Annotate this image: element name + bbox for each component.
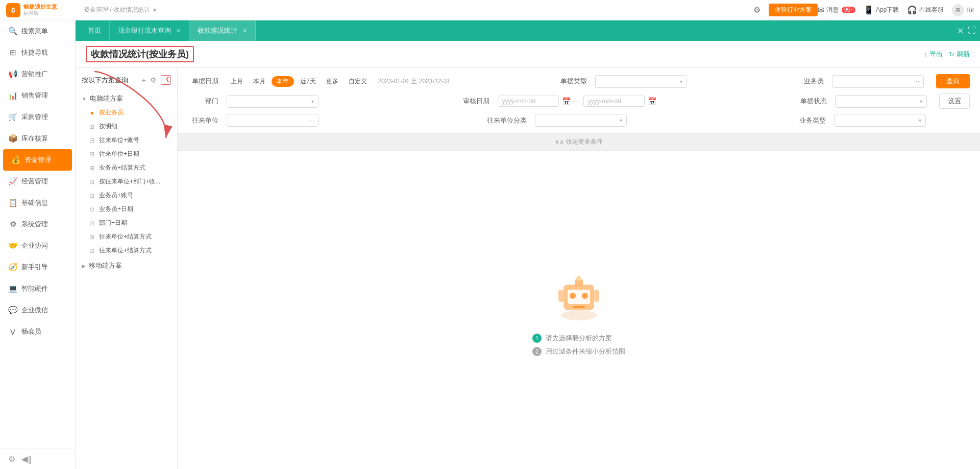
scheme-item-partner-account[interactable]: ⊟ 往来单位+账号 [76,133,177,147]
tip-num-2: 2 [532,347,542,356]
scheme-item-salesperson-account[interactable]: ⊟ 业务员+账号 [76,189,177,202]
page-title: 收款情况统计(按业务员) [86,46,194,62]
date-tab-this-year[interactable]: 本年 [272,76,294,87]
calendar-end-icon[interactable]: 📅 [648,97,656,105]
scheme-item-partner-dept-collect[interactable]: ⊟ 按往来单位+部门+收... [76,175,177,189]
scheme-item-salesperson-settlement[interactable]: ⊞ 业务员+结算方式 [76,161,177,175]
gear-button[interactable]: ⚙ [753,5,761,15]
scheme-group-desktop-header[interactable]: ▼ 电脑端方案 [76,91,177,106]
clock2-icon: ⊙ [88,220,96,227]
partner-select[interactable]: ··· [227,114,318,127]
sidebar-item-quicknav[interactable]: ⊞ 快捷导航 [0,42,75,63]
query-button[interactable]: 查询 [936,74,970,88]
tab-receipt[interactable]: 收款情况统计 ✕ [189,20,256,41]
scheme-item-salesperson-date[interactable]: ⊙ 业务员+日期 [76,202,177,216]
tab-home[interactable]: 首页 [80,20,110,41]
sidebar-item-marketing[interactable]: 📢 营销推广 [0,63,75,85]
scheme-item-partner-settlement2[interactable]: ⊟ 往来单位+结算方式 [76,244,177,257]
sidebar-item-operation[interactable]: 📈 经营管理 [0,171,75,192]
money-icon: 💰 [11,155,20,165]
tab-bank-close[interactable]: ✕ [176,28,181,34]
scheme-item-dept-date[interactable]: ⊙ 部门+日期 [76,216,177,230]
date-tab-custom[interactable]: 自定义 [345,76,371,87]
chevron-down-icon: ▼ [82,96,87,102]
tabbar-right-actions: ✕ ⛶ [957,26,976,36]
sidebar-item-enterprise[interactable]: 🤝 企业协同 [0,235,75,256]
more-dots-icon[interactable]: ··· [914,78,919,85]
business-type-select[interactable]: ▾ [834,114,926,127]
scheme-item-partner-settlement1[interactable]: ⊞ 往来单位+结算方式 [76,230,177,244]
tab-receipt-close[interactable]: ✕ [242,28,247,34]
handshake-icon: 🤝 [8,241,17,250]
clock-icon: ⊙ [88,206,96,213]
chevron-down-icon: ▾ [620,118,622,123]
sidebar-item-guide[interactable]: 🧭 新手引导 [0,256,75,278]
export-icon: ↑ [924,51,928,58]
export-button[interactable]: ↑ 导出 [924,50,943,59]
scheme-add-button[interactable]: + [142,76,146,84]
doc-type-select[interactable]: ▾ [595,75,687,88]
scheme-group-mobile-header[interactable]: ▶ 移动端方案 [76,259,177,273]
scheme-settings-button[interactable]: ⚙ [150,76,157,84]
sidebar: 🔍 搜索菜单 ⊞ 快捷导航 📢 营销推广 📊 销售管理 🛒 采购管理 📦 库存核… [0,20,76,469]
trend-icon: 📈 [8,177,17,186]
collapse-bar[interactable]: ∧∧ 收起更多条件 [178,133,980,151]
empty-tip-2: 2 用过滤条件来缩小分析范围 [532,347,625,356]
sidebar-item-finance[interactable]: 💰 资金管理 [3,149,72,171]
business-type-label: 业务类型 [795,116,826,125]
sidebar-item-inventory[interactable]: 📦 库存核算 [0,128,75,149]
filter-row-3: 往来单位 ··· 往来单位分类 ▾ 业务类型 ▾ [188,114,970,127]
scheme-item-by-detail[interactable]: ⊞ 按明细 [76,120,177,133]
sidebar-collapse-icon[interactable]: ◀‖ [21,454,32,464]
tab-bank[interactable]: 现金银行流水查询 ✕ [110,20,189,41]
salesperson-label: 业务员 [793,77,824,86]
sidebar-item-system[interactable]: ⚙ 系统管理 [0,214,75,235]
sidebar-item-hardware[interactable]: 💻 智能硬件 [0,278,75,299]
chevron-down-icon: ▾ [680,79,682,84]
dept-select[interactable]: ▾ [227,95,318,108]
sidebar-item-basic[interactable]: 📋 基础信息 [0,192,75,214]
filter-row-2: 部门 ▾ 审核日期 yyyy-mm-dd 📅 — yyyy-mm-dd 📅 [188,93,970,109]
scheme-item-partner-date[interactable]: ⊟ 往来单位+日期 [76,147,177,161]
app-download-button[interactable]: 📱 App下载 [864,5,899,15]
doc-status-select[interactable]: ▾ [835,95,927,108]
scheme-item-by-salesperson[interactable]: ● 按业务员 [76,106,177,120]
window-close-icon[interactable]: ✕ [957,26,964,36]
date-tabs: 上月 本月 本年 近7天 更多 自定义 [227,76,371,87]
sidebar-item-member[interactable]: V 畅会员 [0,321,75,342]
date-range-text: 2023-01-01 至 2023-12-31 [378,77,450,86]
online-service-button[interactable]: 🎧 在线客服 [907,5,944,15]
tabbar: 首页 现金银行流水查询 ✕ 收款情况统计 ✕ ✕ ⛶ [76,20,980,41]
review-date-end-input[interactable]: yyyy-mm-dd [583,96,645,107]
partner-more-icon[interactable]: ··· [309,117,314,124]
filter-panel: 单据日期 上月 本月 本年 近7天 更多 自定义 2023-01-01 至 20… [178,68,980,469]
scheme-collapse-button[interactable]: 《 [161,75,171,85]
svg-point-3 [570,293,576,299]
sidebar-item-wechat[interactable]: 💬 企业微信 [0,299,75,321]
date-tab-more[interactable]: 更多 [322,76,342,87]
calendar-start-icon[interactable]: 📅 [562,97,571,105]
messages-button[interactable]: ✉ 消息 99+ [818,5,855,15]
date-tab-last-month[interactable]: 上月 [227,76,247,87]
tip-num-1: 1 [532,334,542,343]
topbar-breadcrumb: 资金管理 / 收款情况统计 ▾ [84,6,753,14]
partner-category-label: 往来单位分类 [487,116,527,125]
chevron-down-icon[interactable]: ▾ [153,6,157,14]
date-tab-last7[interactable]: 近7天 [296,76,320,87]
sidebar-item-sales[interactable]: 📊 销售管理 [0,85,75,106]
megaphone-icon: 📢 [8,69,17,79]
review-date-start-input[interactable]: yyyy-mm-dd [498,96,559,107]
sidebar-item-purchase[interactable]: 🛒 采购管理 [0,106,75,128]
svg-rect-9 [594,290,599,302]
user-menu[interactable]: R Rit [952,4,974,16]
sidebar-item-search[interactable]: 🔍 搜索菜单 [0,20,75,42]
salesperson-select[interactable]: ··· [832,75,924,88]
sidebar-settings-icon[interactable]: ⚙ [8,454,15,464]
trial-button[interactable]: 体验行业方案 [769,4,818,16]
window-expand-icon[interactable]: ⛶ [968,26,976,35]
refresh-icon: ↻ [949,51,954,58]
settings-button[interactable]: 设置 [939,93,970,109]
date-tab-this-month[interactable]: 本月 [249,76,270,87]
refresh-button[interactable]: ↻ 刷新 [949,50,970,59]
partner-category-select[interactable]: ▾ [535,114,627,127]
